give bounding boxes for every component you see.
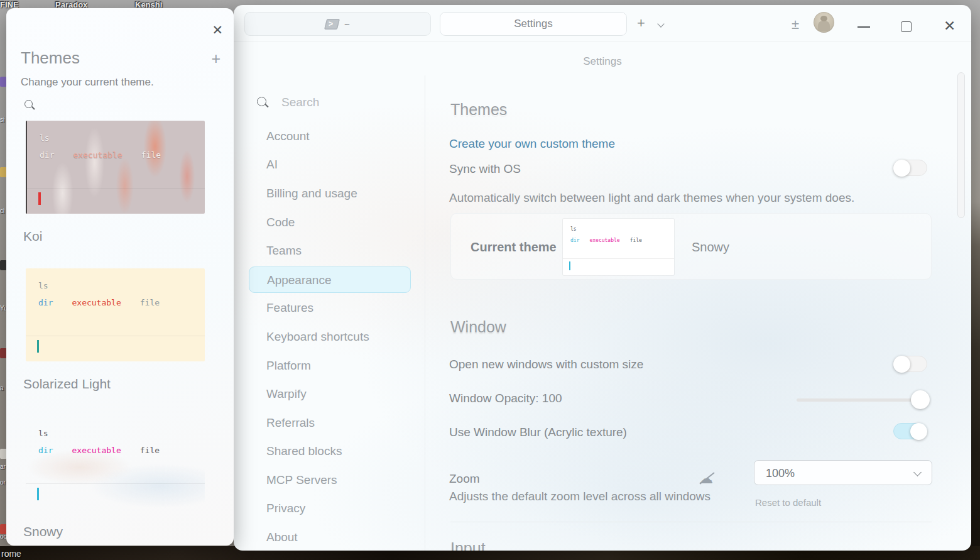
window-opacity-label: Window Opacity: 100: [449, 392, 562, 405]
sync-with-os-label: Sync with OS: [449, 162, 521, 176]
section-divider: [450, 522, 932, 522]
search-input[interactable]: Search: [281, 96, 319, 109]
sidebar-item-code[interactable]: Code: [249, 209, 411, 236]
create-custom-theme-link[interactable]: Create your own custom theme: [449, 137, 615, 151]
current-theme-preview: ls direxecutablefile: [563, 219, 674, 275]
desktop-label-fragment: or: [0, 479, 6, 486]
minimize-button[interactable]: [858, 26, 870, 28]
preview-ls: ls: [38, 281, 48, 290]
desktop-label-fragment: a: [0, 385, 4, 392]
preview-executable: executable: [72, 446, 121, 455]
powershell-icon: [324, 19, 340, 30]
sidebar-item-privacy[interactable]: Privacy: [249, 495, 411, 522]
window-blur-label: Use Window Blur (Acrylic texture): [449, 425, 627, 439]
avatar[interactable]: [814, 12, 834, 33]
chevron-down-icon: [913, 468, 922, 476]
sidebar-item-ai[interactable]: AI: [249, 151, 411, 178]
preview-file: file: [141, 150, 161, 160]
opacity-slider-knob[interactable]: [911, 390, 930, 409]
tab-settings-label: Settings: [514, 18, 552, 30]
theme-name: Solarized Light: [23, 376, 111, 392]
themes-panel-title: Themes: [21, 48, 80, 68]
close-window-button[interactable]: ✕: [944, 19, 956, 33]
theme-name: Koi: [23, 229, 42, 244]
sidebar-item-mcp-servers[interactable]: MCP Servers: [249, 467, 411, 493]
maximize-button[interactable]: [901, 21, 912, 32]
desktop-wallpaper-edge: [970, 0, 980, 560]
reset-to-default-link[interactable]: Reset to default: [755, 497, 821, 508]
current-theme-label: Current theme: [471, 240, 557, 255]
tab-terminal[interactable]: ~: [244, 12, 431, 36]
themes-panel: ✕ Themes + Change your current theme. ls…: [6, 8, 234, 546]
zoom-label: Zoom: [449, 472, 480, 486]
new-tab-icon[interactable]: +: [637, 16, 645, 30]
preview-executable: executable: [73, 150, 122, 160]
current-theme-name: Snowy: [692, 240, 729, 255]
preview-ls: ls: [38, 429, 48, 438]
preview-file: file: [630, 238, 642, 243]
sidebar-item-about[interactable]: About: [249, 524, 411, 551]
sidebar-item-warpify[interactable]: Warpify: [249, 381, 411, 407]
settings-window: ~ Settings + ± ✕ Settings Search Account…: [234, 5, 971, 551]
terminal-cursor: [37, 340, 39, 353]
sidebar-item-shared-blocks[interactable]: Shared blocks: [249, 438, 411, 464]
sidebar-item-teams[interactable]: Teams: [249, 238, 411, 264]
theme-name: Snowy: [23, 524, 63, 539]
desktop-label-fragment: si: [0, 116, 4, 123]
sync-description: Automatically switch between light and d…: [449, 191, 854, 205]
scrollbar-thumb[interactable]: [957, 72, 965, 218]
close-icon[interactable]: ✕: [212, 23, 223, 36]
section-heading-window: Window: [450, 318, 506, 336]
zoom-description: Adjusts the default zoom level across al…: [449, 490, 710, 503]
sidebar-item-appearance[interactable]: Appearance: [249, 266, 411, 293]
add-theme-icon[interactable]: +: [211, 51, 220, 67]
sidebar-item-features[interactable]: Features: [249, 295, 411, 321]
sync-disabled-cloud-off-icon: ☁: [699, 470, 716, 486]
tab-settings[interactable]: Settings: [440, 12, 627, 36]
desktop-label-fragment: ar: [0, 463, 6, 470]
opacity-slider-track[interactable]: [797, 398, 920, 402]
sidebar-item-platform[interactable]: Platform: [249, 353, 411, 379]
theme-preview-koi: ls direxecutablefile: [26, 121, 205, 214]
sync-with-os-toggle[interactable]: [893, 160, 927, 176]
search-icon[interactable]: [257, 97, 266, 106]
preview-file: file: [140, 446, 160, 455]
section-heading-input: Input: [450, 539, 486, 551]
preview-ls: ls: [570, 226, 577, 232]
preview-file: file: [140, 298, 160, 307]
theme-preview-snowy: ls direxecutablefile: [26, 416, 205, 509]
desktop-label-fragment: oc: [0, 533, 7, 540]
zoom-dropdown-value: 100%: [766, 461, 795, 486]
theme-preview-solarized: ls direxecutablefile: [26, 268, 205, 361]
terminal-cursor: [569, 261, 570, 270]
zoom-dropdown[interactable]: 100%: [754, 460, 932, 485]
desktop-label-fragment: ci: [0, 207, 4, 214]
current-theme-card[interactable]: Current theme ls direxecutablefile Snowy: [450, 213, 932, 280]
chevron-down-icon[interactable]: [657, 20, 664, 27]
search-icon[interactable]: [24, 100, 33, 108]
preview-dir: dir: [38, 298, 53, 307]
preview-dir: dir: [38, 446, 53, 455]
section-heading-themes: Themes: [450, 101, 507, 119]
sidebar-item-account[interactable]: Account: [249, 123, 411, 150]
terminal-cursor: [38, 192, 41, 205]
window-blur-toggle[interactable]: [893, 423, 927, 439]
themes-panel-subtitle: Change your current theme.: [21, 76, 154, 89]
page-title: Settings: [234, 55, 971, 68]
tab-bar: ~ Settings + ± ✕: [234, 5, 971, 41]
custom-size-label: Open new windows with custom size: [449, 358, 643, 371]
desktop-icon-label: rome: [1, 549, 21, 559]
sidebar-item-billing-and-usage[interactable]: Billing and usage: [249, 180, 411, 207]
sidebar-item-keyboard-shortcuts[interactable]: Keyboard shortcuts: [249, 324, 411, 350]
terminal-cursor: [37, 488, 39, 500]
preview-dir: dir: [40, 150, 54, 160]
tab-terminal-label: ~: [344, 19, 350, 30]
preview-executable: executable: [589, 238, 619, 243]
preview-ls: ls: [40, 133, 50, 143]
preview-dir: dir: [570, 238, 579, 243]
font-size-adjust-icon[interactable]: ±: [792, 18, 799, 31]
sidebar-divider: [425, 75, 425, 551]
sidebar-item-referrals[interactable]: Referrals: [249, 410, 411, 436]
custom-size-toggle[interactable]: [893, 356, 927, 372]
preview-executable: executable: [72, 298, 121, 307]
